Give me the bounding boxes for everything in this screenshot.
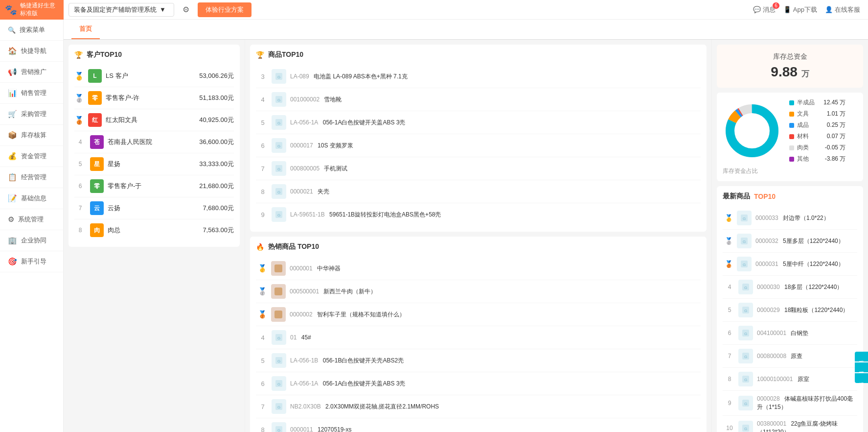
svg-rect-14 (274, 264, 282, 272)
gear-button[interactable]: ⚙ (179, 3, 193, 17)
brand-logo: 🐾 畅捷通好生意 标准版 (0, 0, 64, 20)
legend-value: 0.07 万 (823, 132, 846, 141)
product-name: 新西兰牛肉（新牛） (323, 288, 376, 295)
product-name: 中华神器 (317, 265, 341, 272)
svg-text:G: G (277, 405, 280, 409)
legend-name: 文具 (797, 110, 817, 118)
sidebar-item-采购管理[interactable]: 🛒采购管理 (0, 104, 63, 125)
service-icon: 👤 (825, 6, 833, 13)
product-code: 01 (290, 334, 297, 341)
sidebar-item-基础信息[interactable]: 📝基础信息 (0, 188, 63, 209)
legend-item: 材料 0.07 万 (789, 132, 845, 141)
sidebar-item-库存核算[interactable]: 📦库存核算 (0, 125, 63, 146)
legend-item: 半成品 12.45 万 (789, 98, 845, 107)
product-name: 封边带（1.0*22） (783, 215, 829, 221)
chevron-down-icon: ▼ (160, 6, 166, 13)
medal-icon: 🥈 (725, 237, 733, 245)
sidebar-icon: 💰 (8, 152, 17, 161)
inventory-amount: 9.88 万 (725, 64, 855, 80)
product-code: 0000033 (755, 215, 778, 221)
product-info: 0000032 5厘多层（1220*2440） (755, 237, 855, 245)
product-hot-item: 3 G LA-089 电池盖 LA-089 ABS本色+黑种 7.1克 (256, 65, 701, 88)
sidebar-item-系统管理[interactable]: ⚙系统管理 (0, 209, 63, 230)
sidebar-label: 企业协同 (21, 236, 46, 245)
topbar: 🐾 畅捷通好生意 标准版 装备及固定资产辅助管理系统 ▼ ⚙ 体验行业方案 💬 … (0, 0, 868, 20)
message-button[interactable]: 💬 消息 6 (753, 5, 776, 14)
app-download-button[interactable]: 📱 App下载 (783, 5, 817, 14)
customer-avatar: 苍 (90, 135, 104, 149)
sidebar-label: 经营管理 (21, 173, 46, 182)
online-service-button[interactable]: 👤 在线客服 (825, 5, 860, 14)
product-info: 0000021 夹壳 (290, 188, 699, 196)
latest-product-item: 5 G 0000029 18颗粒板（1220*2440） (723, 299, 857, 322)
sidebar-label: 资金管理 (21, 152, 46, 161)
sidebar-item-经营管理[interactable]: 📋经营管理 (0, 167, 63, 188)
sidebar-search[interactable]: 🔍 搜索菜单 (0, 20, 63, 41)
sidebar-item-快捷导航[interactable]: 🏠快捷导航 (0, 41, 63, 62)
product-info: 000800008 原查 (757, 352, 855, 360)
svg-text:G: G (743, 240, 746, 244)
legend-color (789, 134, 794, 139)
customer-name: 肉总 (108, 226, 203, 235)
product-name: 5厘多层（1220*2440） (783, 238, 844, 244)
product-code: 000500001 (290, 288, 319, 295)
legend-color (789, 123, 794, 128)
svg-text:G: G (277, 75, 280, 79)
sidebar-label: 销售管理 (21, 89, 46, 97)
sidebar-icon: 🎯 (8, 257, 17, 266)
legend-item: 成品 0.25 万 (789, 121, 845, 129)
product-sales-list: 🥇 0000001 中华神器 🥈 000500001 新西兰牛肉（新牛） 🥉 0… (256, 257, 701, 432)
inventory-legend: 半成品 12.45 万 文具 1.01 万 成品 0.25 万 材料 0.07 … (789, 98, 845, 163)
product-info: LA-056-1A 056-1A白色按键开关盖ABS 3壳 (290, 380, 699, 388)
sidebar-icon: 🛒 (8, 110, 17, 119)
svg-rect-16 (274, 311, 282, 318)
latest-product-item: 🥇 G 0000033 封边带（1.0*22） (723, 207, 857, 230)
product-sales-item: 7 G NB2.0X30B 2.0X30MM双搓花轴,搓花直径2.1MM/ROH… (256, 395, 701, 418)
tab-home[interactable]: 首页 (71, 20, 100, 39)
product-thumbnail: G (272, 92, 286, 107)
svg-text:G: G (744, 309, 747, 313)
legend-item: 肉类 -0.05 万 (789, 144, 845, 152)
system-select[interactable]: 装备及固定资产辅助管理系统 ▼ (69, 3, 174, 17)
product-sales-item: 4 G 01 45# (256, 326, 701, 349)
sidebar-item-新手引导[interactable]: 🎯新手引导 (0, 251, 63, 272)
live-stream[interactable]: 直播 (855, 373, 868, 383)
product-info: 10000100001 原室 (757, 375, 855, 384)
layout: 🔍 搜索菜单 🏠快捷导航📢营销推广📊销售管理🛒采购管理📦库存核算💰资金管理📋经营… (0, 20, 868, 432)
product-code: 10000100001 (757, 376, 793, 383)
latest-product-item: 4 G 0000030 18多层（1220*2440） (723, 276, 857, 299)
product-thumbnail: G (272, 138, 286, 153)
trophy-icon: 🏆 (74, 51, 83, 59)
rank-num: 6 (258, 142, 268, 149)
product-info: 000500001 新西兰牛肉（新牛） (290, 288, 699, 296)
customer-rank-item: 6 零 零售客户-于 21,680.00元 (74, 175, 234, 197)
customer-rank-item: 5 星 星扬 33,333.00元 (74, 153, 234, 175)
product-sales-item: 5 G LA-056-1B 056-1B白色按键开关壳ABS2壳 (256, 349, 701, 372)
customer-name: LS 客户 (106, 72, 199, 80)
medal-icon: 🥇 (74, 72, 84, 81)
product-hot-item: 9 G LA-59651-1B 59651-1B旋转投影灯电池盒ABS黑色+58… (256, 203, 701, 226)
inventory-label: 库存总资金 (725, 52, 855, 61)
product-code: 000800005 (290, 165, 320, 172)
customer-amount: 7,563.00元 (203, 226, 234, 235)
customer-avatar: 零 (88, 91, 102, 105)
customer-service-hotline[interactable]: 客服热线 (855, 352, 868, 361)
sidebar-item-营销推广[interactable]: 📢营销推广 (0, 62, 63, 83)
product-hot-item: 6 G 0000017 10S 变频罗浆 (256, 134, 701, 157)
service-community[interactable]: 服务社区 (855, 362, 868, 372)
product-thumbnail: G (738, 280, 753, 294)
svg-text:G: G (277, 121, 280, 125)
sidebar-label: 快捷导航 (21, 47, 46, 55)
legend-item: 其他 -3.86 万 (789, 155, 845, 163)
product-thumbnail (271, 307, 286, 322)
legend-color (789, 145, 794, 150)
rank-num: 6 (74, 183, 86, 190)
brand-sub: 标准版 (20, 10, 55, 18)
svg-text:G: G (744, 355, 747, 359)
latest-product-item: 8 G 10000100001 原室 (723, 368, 857, 391)
trial-button[interactable]: 体验行业方案 (198, 2, 251, 17)
svg-text:G: G (743, 263, 746, 267)
sidebar-item-资金管理[interactable]: 💰资金管理 (0, 146, 63, 167)
sidebar-item-企业协同[interactable]: 🏢企业协同 (0, 230, 63, 251)
sidebar-item-销售管理[interactable]: 📊销售管理 (0, 83, 63, 104)
